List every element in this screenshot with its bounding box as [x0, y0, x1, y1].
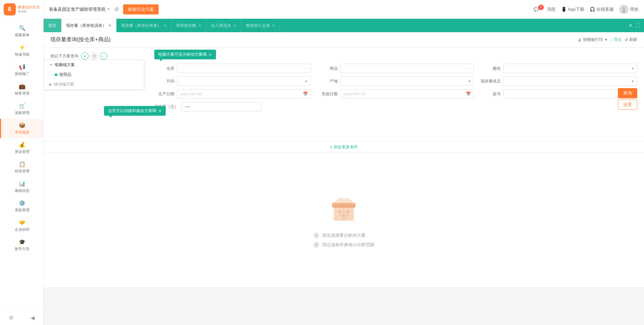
tab-recv-summary-close[interactable]: ✕ — [272, 23, 275, 28]
stock-status-label: 现存量状态 — [481, 78, 501, 84]
handshake-icon: 🤝 — [19, 219, 25, 226]
filter-row-produce-date: 生产日期 yyyy-mm-dd 📅 — [154, 89, 311, 99]
collapse-bar[interactable]: ∧ 收起更多条件 — [44, 142, 644, 153]
filter-arrow-btn[interactable]: ← — [100, 52, 107, 60]
user-area[interactable]: 用友 — [619, 5, 639, 14]
sidebar-item-finance[interactable]: 💰 资金管理 — [0, 138, 43, 158]
tab-recv-summary[interactable]: 收发存汇总表 ✕ — [241, 19, 280, 32]
tab-home[interactable]: 首页 — [44, 19, 61, 32]
sidebar-item-quick[interactable]: ⚡ 快速导航 — [0, 41, 43, 60]
system-selector[interactable]: 装备及固定资产辅助管理系统 ▼ — [49, 6, 110, 12]
tab-inventory-dist-close[interactable]: ✕ — [163, 23, 166, 28]
sidebar-item-search[interactable]: 🔍 搜索菜单 — [0, 21, 43, 41]
sidebar-item-basic[interactable]: 📊 基础信息 — [0, 177, 43, 197]
system-name: 装备及固定资产辅助管理系统 — [49, 6, 106, 12]
search-btn[interactable]: 查询 — [618, 88, 637, 98]
scheme-tree-pc-child[interactable]: 按照品 — [44, 70, 144, 79]
sidebar: 6 畅通道好生意 标准版 🔍 搜索菜单 ⚡ 快速导航 📢 营销推广 💼 销售管理… — [0, 0, 44, 325]
content-header: 现存量查询(按仓库+商品) 🖨 按模板打印 ▼ ↑ 导出 ↺ 刷新 — [44, 32, 644, 48]
sidebar-item-label: 搜索菜单 — [15, 33, 30, 38]
reset-btn[interactable]: 设置 — [618, 99, 637, 109]
tab-close-all-icon[interactable]: ✕ — [629, 23, 633, 28]
industry-btn[interactable]: 体验行业方案 — [123, 4, 159, 14]
empty-hint-1-text: 请先选择要分析的方案 — [322, 232, 366, 238]
sidebar-item-label: 新手引导 — [15, 247, 30, 252]
stock-status-select[interactable]: ▼ — [503, 76, 637, 86]
chevron-down-icon: ▼ — [604, 38, 608, 42]
clipboard-icon: 📋 — [19, 161, 25, 167]
goods-label: 商品 — [318, 66, 338, 71]
origin-chevron: ▼ — [468, 79, 471, 83]
settings-icon[interactable]: ⚙ — [114, 6, 119, 12]
tooltip-scheme-close[interactable]: ✕ — [209, 52, 212, 57]
tab-batch-ledger-close[interactable]: ✕ — [198, 23, 201, 28]
tab-inventory-status-close[interactable]: ✕ — [108, 23, 111, 28]
empty-hint-2: 2 用过滤条件来缩小分析范围 — [313, 242, 374, 248]
filter-row-warehouse: 仓库 ··· — [154, 64, 311, 73]
refresh-btn[interactable]: ↺ 刷新 — [625, 37, 637, 43]
tab-batch-ledger[interactable]: 库存批次账 ✕ — [171, 19, 206, 32]
sidebar-item-marketing[interactable]: 📢 营销推广 — [0, 60, 43, 80]
scheme-tree-mobile[interactable]: ▶ 移动端方案 — [44, 79, 144, 89]
header-left: 装备及固定资产辅助管理系统 ▼ ⚙ 体验行业方案 — [49, 4, 159, 14]
filter-area: 按以下方案查询 + ↺ ← 电脑方案可设为移动方案哦 ✕ — [44, 48, 644, 142]
tab-maximize-icon[interactable]: ⛶ — [635, 23, 640, 28]
sidebar-item-label: 经营管理 — [15, 169, 30, 174]
sidebar-item-enterprise[interactable]: 🤝 企业协同 — [0, 216, 43, 235]
step2-circle: 2 — [313, 242, 319, 248]
tab-inventory-status[interactable]: 现存量（库存状况表） ✕ — [61, 19, 116, 32]
expire-date-input[interactable]: yyyy-mm-dd 📅 — [340, 89, 474, 99]
filter-grid-1: 仓库 ··· 商品 ··· 颜色 — [154, 64, 637, 99]
stock-qty-dash: — — [185, 104, 190, 109]
warehouse-select[interactable]: ··· — [177, 64, 311, 73]
collapse-icon[interactable]: ◀ — [31, 315, 35, 321]
settings-bottom-icon[interactable]: ⚙ — [9, 315, 13, 321]
export-label: 导出 — [614, 37, 622, 43]
tab-inventory-dist[interactable]: 现存量（库存分布表） ✕ — [116, 19, 171, 32]
origin-select[interactable]: ▼ — [340, 76, 474, 86]
tab-inout-flow-close[interactable]: ✕ — [233, 23, 236, 28]
svg-point-7 — [339, 211, 341, 213]
sidebar-item-operation[interactable]: 📋 经营管理 — [0, 158, 43, 177]
main-content: 现存量查询(按仓库+商品) 🖨 按模板打印 ▼ ↑ 导出 ↺ 刷新 按以下方案查… — [44, 32, 644, 325]
tab-inout-flow-label: 出入库流水 — [211, 23, 231, 29]
goods-select[interactable]: ··· — [340, 64, 474, 73]
filter-add-btn[interactable]: + — [81, 52, 89, 60]
template-print-btn[interactable]: 🖨 按模板打印 ▼ — [578, 37, 608, 43]
batch-input[interactable] — [503, 89, 637, 99]
chart-icon: 📊 — [19, 180, 25, 187]
sidebar-item-guide[interactable]: 🎓 新手引导 — [0, 235, 43, 255]
size-chevron: ▼ — [305, 79, 308, 83]
sidebar-nav: 🔍 搜索菜单 ⚡ 快速导航 📢 营销推广 💼 销售管理 🛒 采购管理 📦 库存核… — [0, 19, 43, 310]
export-btn[interactable]: ↑ 导出 — [610, 37, 622, 43]
username: 用友 — [630, 6, 639, 12]
filter-row-goods: 商品 ··· — [318, 64, 474, 73]
header-right: 💬 8 消息 📱 App下载 🎧 在线客服 用友 — [534, 5, 639, 14]
stock-qty-range[interactable]: — — [181, 102, 262, 111]
filter-edit-btn[interactable]: ↺ — [91, 52, 98, 60]
tab-inout-flow[interactable]: 出入库流水 ✕ — [206, 19, 241, 32]
size-select[interactable]: ▼ — [177, 76, 311, 86]
sidebar-item-sales[interactable]: 💼 销售管理 — [0, 80, 43, 99]
refresh-label: 刷新 — [629, 37, 637, 43]
search-icon: 🔍 — [19, 25, 25, 31]
expire-date-label: 失效日期 — [318, 91, 338, 97]
sidebar-item-purchase[interactable]: 🛒 采购管理 — [0, 99, 43, 119]
collapse-label: 收起更多条件 — [334, 144, 358, 150]
scheme-tree-pc[interactable]: ▼ 电脑端方案 — [44, 60, 144, 70]
produce-date-input[interactable]: yyyy-mm-dd 📅 — [177, 89, 311, 99]
step1-circle: 1 — [313, 232, 319, 238]
support-label: 在线客服 — [596, 6, 614, 12]
sidebar-item-label: 采购管理 — [15, 110, 30, 115]
online-support-btn[interactable]: 🎧 在线客服 — [590, 6, 614, 12]
color-select[interactable]: ▼ — [503, 64, 637, 73]
filter-row-batch: 批号 — [481, 89, 637, 99]
tooltip-create-close[interactable]: ✕ — [158, 109, 162, 113]
sidebar-item-system[interactable]: ⚙️ 系统管理 — [0, 197, 43, 216]
app-download-btn[interactable]: 📱 App下载 — [561, 6, 584, 12]
filter-actions: + ↺ ← — [81, 52, 107, 60]
sidebar-item-inventory[interactable]: 📦 库存核算 — [0, 119, 43, 138]
headset-icon: 🎧 — [590, 7, 595, 12]
message-badge: 8 — [538, 5, 544, 10]
message-btn[interactable]: 💬 8 消息 — [534, 6, 556, 12]
